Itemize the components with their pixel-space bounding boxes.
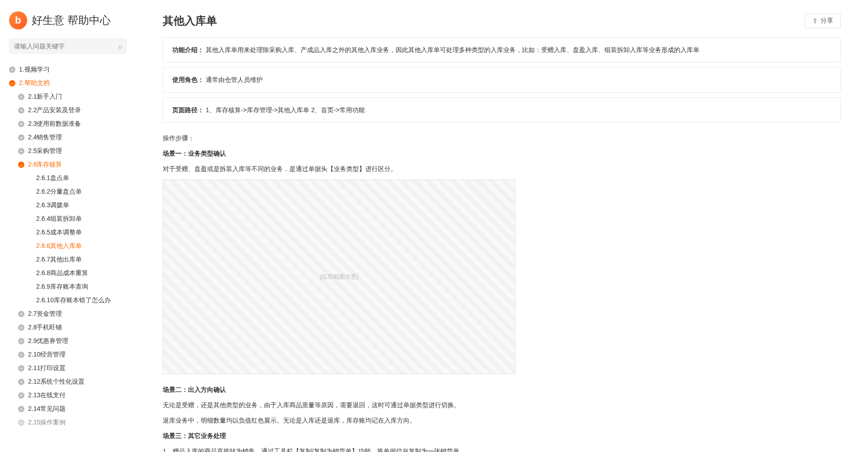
path-text: 1、库存核算->库存管理->其他入库单 2、首页->常用功能 (206, 106, 365, 114)
nav-2-1[interactable]: +2.1新手入门 (18, 90, 127, 104)
nav-2-6-7[interactable]: 2.6.7其他出库单 (36, 253, 127, 266)
brand-row: b 好生意 帮助中心 (9, 11, 127, 29)
intro-text: 其他入库单用来处理除采购入库、产成品入库之外的其他入库业务，因此其他入库单可处理… (206, 46, 699, 53)
nav-label: 2.13在线支付 (28, 391, 66, 400)
nav-2-13[interactable]: +2.13在线支付 (18, 389, 127, 402)
nav-2-6-6[interactable]: 2.6.6其他入库单 (36, 239, 127, 253)
nav-label: 2.6.9库存账本查询 (36, 283, 88, 291)
expand-icon: + (18, 107, 24, 114)
nav-2-6-5[interactable]: 2.6.5成本调整单 (36, 226, 127, 239)
nav-label: 2.6库存核算 (28, 161, 62, 169)
nav-label: 2.11打印设置 (28, 364, 66, 372)
role-box: 使用角色：通常由仓管人员维护 (163, 67, 841, 92)
nav-2-6[interactable]: –2.6库存核算 (18, 158, 127, 171)
expand-icon: + (18, 352, 24, 358)
steps-label: 操作步骤： (163, 132, 841, 144)
nav-label: 2.4销售管理 (28, 133, 62, 142)
expand-icon: + (18, 419, 24, 426)
scene2-line2: 退库业务中，明细数量均以负值红色展示。无论是入库还是退库，库存账均记在入库方向。 (163, 414, 841, 427)
path-box: 页面路径：1、库存核算->库存管理->其他入库单 2、首页->常用功能 (163, 97, 841, 123)
expand-icon: + (18, 392, 24, 399)
search-input[interactable] (9, 38, 127, 54)
scene2-line1: 无论是受赠，还是其他类型的业务，由于入库商品质量等原因，需要退回，这时可通过单据… (163, 399, 841, 411)
share-label: 分享 (821, 17, 833, 25)
content-body: 操作步骤： 场景一：业务类型确认 对于受赠、盘盈或是拆装入库等不同的业务，是通过… (163, 132, 841, 452)
intro-box: 功能介绍：其他入库单用来处理除采购入库、产成品入库之外的其他入库业务，因此其他入… (163, 37, 841, 62)
nav-label: 2.帮助文档 (19, 79, 50, 87)
nav-label: 2.14常见问题 (28, 405, 66, 413)
expand-icon: + (18, 94, 24, 100)
nav-label: 2.10经营管理 (28, 351, 66, 359)
expand-icon: + (9, 67, 15, 73)
nav-2-8[interactable]: +2.8手机旺铺 (18, 321, 127, 334)
brand-text: 好生意 帮助中心 (32, 13, 111, 28)
nav-2-12[interactable]: +2.12系统个性化设置 (18, 375, 127, 389)
share-button[interactable]: ⇪ 分享 (805, 14, 841, 28)
nav-2-11[interactable]: +2.11打印设置 (18, 362, 127, 375)
nav-label: 2.7资金管理 (28, 310, 62, 318)
nav-label: 2.6.5成本调整单 (36, 228, 82, 237)
collapse-icon: – (9, 80, 15, 86)
nav-label: 2.6.4组装拆卸单 (36, 215, 82, 223)
nav-2-6-2[interactable]: 2.6.2分量盘点单 (36, 185, 127, 199)
expand-icon: + (18, 406, 24, 412)
scene1-body: 对于受赠、盘盈或是拆装入库等不同的业务，是通过单据头【业务类型】进行区分。 (163, 162, 841, 175)
nav-2-7[interactable]: +2.7资金管理 (18, 307, 127, 321)
main-content: 其他入库单 ⇪ 分享 功能介绍：其他入库单用来处理除采购入库、产成品入库之外的其… (136, 0, 868, 452)
search-wrap: ⌕ (9, 38, 127, 54)
nav-label: 1.视频学习 (19, 66, 50, 74)
path-label: 页面路径： (172, 106, 204, 114)
intro-label: 功能介绍： (172, 46, 204, 53)
nav-help-docs[interactable]: – 2.帮助文档 (9, 76, 127, 90)
scene2-title: 场景二：出入方向确认 (163, 383, 841, 396)
nav-2-6-9[interactable]: 2.6.9库存账本查询 (36, 280, 127, 294)
nav-2-9[interactable]: +2.9优惠券管理 (18, 334, 127, 348)
nav-2-6-4[interactable]: 2.6.4组装拆卸单 (36, 212, 127, 226)
nav-label: 2.6.1盘点单 (36, 174, 69, 182)
nav-label: 2.12系统个性化设置 (28, 378, 85, 386)
nav-label: 2.6.8商品成本重算 (36, 269, 88, 277)
share-icon: ⇪ (812, 17, 818, 24)
expand-icon: + (18, 121, 24, 127)
nav-label: 2.6.6其他入库单 (36, 242, 82, 250)
expand-icon: + (18, 311, 24, 317)
nav-2-10[interactable]: +2.10经营管理 (18, 348, 127, 362)
nav-2-5[interactable]: +2.5采购管理 (18, 144, 127, 158)
nav-2-6-8[interactable]: 2.6.8商品成本重算 (36, 266, 127, 280)
nav-label: 2.6.2分量盘点单 (36, 188, 82, 196)
expand-icon: + (18, 365, 24, 371)
search-icon[interactable]: ⌕ (118, 43, 122, 50)
nav-label: 2.5采购管理 (28, 147, 62, 155)
nav-label: 2.6.7其他出库单 (36, 256, 82, 264)
sidebar: b 好生意 帮助中心 ⌕ + 1.视频学习 – 2.帮助文档 +2.1新手入门 … (0, 0, 136, 452)
nav-video-learning[interactable]: + 1.视频学习 (9, 63, 127, 76)
scene3-title: 场景三：其它业务处理 (163, 429, 841, 442)
nav-label: 2.9优惠券管理 (28, 337, 68, 345)
logo-icon: b (9, 11, 27, 29)
nav-2-4[interactable]: +2.4销售管理 (18, 131, 127, 144)
scene3-line1: 1、赠品入库的商品直接转为销售。通过工具栏【复制/复制为销货单】功能，将单据信息… (163, 445, 841, 452)
nav-2-14[interactable]: +2.14常见问题 (18, 402, 127, 416)
nav-2-6-10[interactable]: 2.6.10库存账本错了怎么办 (36, 294, 127, 307)
expand-icon: + (18, 324, 24, 331)
nav-label: 2.3使用前数据准备 (28, 120, 81, 128)
expand-icon: + (18, 338, 24, 344)
nav-label: 2.6.3调拨单 (36, 201, 69, 209)
nav-label: 2.1新手入门 (28, 93, 62, 101)
app-screenshot-placeholder: [应用截图示意] (163, 180, 515, 374)
nav-label: 2.2产品安装及登录 (28, 106, 81, 114)
nav-label: 2.15操作案例 (28, 419, 66, 427)
nav-label: 2.8手机旺铺 (28, 324, 62, 332)
nav-2-6-3[interactable]: 2.6.3调拨单 (36, 199, 127, 212)
collapse-icon: – (18, 162, 24, 168)
role-text: 通常由仓管人员维护 (206, 76, 263, 83)
nav-2-15[interactable]: +2.15操作案例 (18, 416, 127, 429)
scene1-title: 场景一：业务类型确认 (163, 147, 841, 160)
page-title: 其他入库单 (163, 14, 217, 28)
nav-label: 2.6.10库存账本错了怎么办 (36, 296, 111, 305)
role-label: 使用角色： (172, 76, 204, 83)
nav-2-2[interactable]: +2.2产品安装及登录 (18, 104, 127, 117)
nav-2-3[interactable]: +2.3使用前数据准备 (18, 117, 127, 131)
expand-icon: + (18, 379, 24, 385)
nav-2-6-1[interactable]: 2.6.1盘点单 (36, 171, 127, 185)
